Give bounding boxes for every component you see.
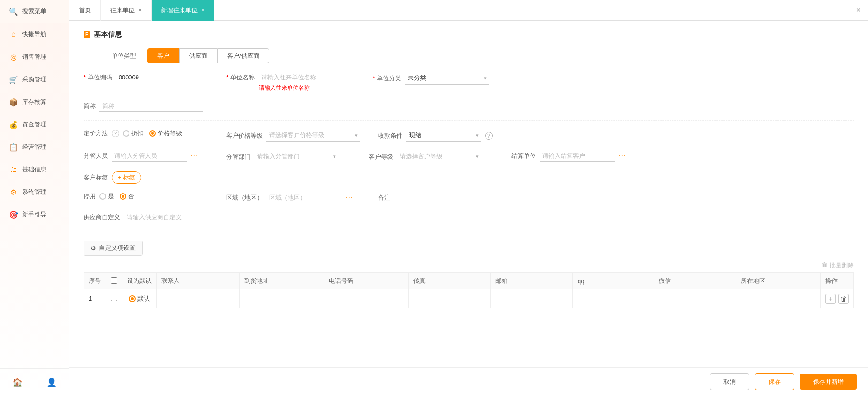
customer-level-select[interactable]: 请选择客户等级 ▾ xyxy=(397,150,481,163)
row-address-cell[interactable] xyxy=(240,289,324,308)
remark-input[interactable] xyxy=(394,192,535,203)
page-content: F 基本信息 单位类型 客户 供应商 客户/供应商 单位编码 单位名称 xyxy=(69,21,868,367)
row-add-button[interactable]: + xyxy=(825,294,836,304)
sidebar-item-operations[interactable]: 📋 经营管理 xyxy=(0,136,69,158)
pricing-radio-level[interactable]: 价格等级 xyxy=(149,129,182,138)
sidebar-item-basic-info[interactable]: 🗂 基础信息 xyxy=(0,158,69,181)
row-contact-cell[interactable] xyxy=(157,289,240,308)
pricing-radio-discount[interactable]: 折扣 xyxy=(123,129,144,138)
main-close-button[interactable]: × xyxy=(849,0,868,21)
manager-input[interactable] xyxy=(112,150,187,162)
unit-code-label: 单位编码 xyxy=(84,73,112,82)
tab-new-partner-close[interactable]: × xyxy=(201,7,205,14)
section-title: 基本信息 xyxy=(94,30,122,39)
supplier-custom-input[interactable] xyxy=(124,212,227,223)
row-email-input[interactable] xyxy=(495,293,568,304)
payment-condition-select[interactable]: 现结 ▾ xyxy=(406,129,481,142)
radio-circle-discount xyxy=(123,130,129,137)
sidebar-item-system[interactable]: ⚙ 系统管理 xyxy=(0,181,69,203)
type-btn-customer[interactable]: 客户 xyxy=(147,48,179,63)
save-and-new-button[interactable]: 保存并新增 xyxy=(800,374,857,390)
unit-name-col: 单位名称 请输入往来单位名称 xyxy=(226,72,362,92)
tab-partner[interactable]: 往来单位 × xyxy=(101,0,152,21)
row-fax-cell[interactable] xyxy=(408,289,490,308)
row-email-cell[interactable] xyxy=(490,289,572,308)
code-name-row: 单位编码 单位名称 请输入往来单位名称 单位分类 未分类 ▾ xyxy=(84,72,854,92)
col-email: 邮箱 xyxy=(490,273,572,289)
sidebar-bottom-home[interactable]: 🏠 xyxy=(0,373,35,391)
region-input[interactable] xyxy=(266,192,342,203)
disabled-no-radio[interactable]: 否 xyxy=(120,192,134,201)
region-more-icon[interactable]: ··· xyxy=(345,194,353,202)
disabled-yes-radio[interactable]: 是 xyxy=(99,192,114,201)
row-region-input[interactable] xyxy=(741,293,815,304)
type-btn-supplier[interactable]: 供应商 xyxy=(179,48,217,63)
pricing-help-icon[interactable]: ? xyxy=(112,130,119,137)
customer-price-select[interactable]: 请选择客户价格等级 ▾ xyxy=(266,129,360,142)
row-address-input[interactable] xyxy=(244,293,319,304)
customer-price-chevron: ▾ xyxy=(355,132,358,139)
unit-category-select[interactable]: 未分类 ▾ xyxy=(405,72,489,85)
row-operation-cell: + 🗑 xyxy=(820,289,853,308)
dept-select[interactable]: 请输入分管部门 ▾ xyxy=(254,150,339,163)
row-default-radio[interactable]: 默认 xyxy=(127,295,152,303)
add-tag-button[interactable]: + 标签 xyxy=(112,171,141,184)
batch-delete-button[interactable]: 🗑 批量删除 xyxy=(84,261,854,270)
row-default-cell: 默认 xyxy=(122,289,157,308)
manager-row: 分管人员 ··· 分管部门 请输入分管部门 ▾ 客户等级 请选择客户等级 ▾ 结… xyxy=(84,150,854,163)
payment-condition-field: 收款条件 现结 ▾ ? xyxy=(378,129,510,142)
select-all-checkbox[interactable] xyxy=(111,277,117,284)
short-name-input[interactable] xyxy=(99,101,203,112)
type-btn-both[interactable]: 客户/供应商 xyxy=(217,48,269,63)
bottom-bar: 取消 保存 保存并新增 xyxy=(69,367,868,396)
col-default: 设为默认 xyxy=(122,273,157,289)
sidebar-item-finance[interactable]: 💰 资金管理 xyxy=(0,113,69,136)
row-phone-cell[interactable] xyxy=(324,289,408,308)
payment-chevron: ▾ xyxy=(476,132,479,139)
sidebar-bottom-user[interactable]: 👤 xyxy=(35,373,69,391)
unit-name-field: 单位名称 xyxy=(226,72,362,83)
sidebar-item-quick-nav[interactable]: ⌂ 快捷导航 xyxy=(0,23,69,46)
row-fax-input[interactable] xyxy=(413,293,486,304)
row-region-cell[interactable] xyxy=(736,289,821,308)
tab-partner-close[interactable]: × xyxy=(138,7,142,14)
row-qq-input[interactable] xyxy=(578,293,649,304)
unit-code-input[interactable] xyxy=(116,72,200,83)
customer-level-label: 客户等级 xyxy=(369,153,393,161)
row-contact-input[interactable] xyxy=(161,293,235,304)
tab-home[interactable]: 首页 xyxy=(69,0,101,21)
row-phone-input[interactable] xyxy=(329,293,404,304)
cancel-button[interactable]: 取消 xyxy=(710,373,749,390)
settlement-input[interactable] xyxy=(540,150,615,162)
unit-name-input[interactable] xyxy=(259,72,362,83)
tab-new-partner[interactable]: 新增往来单位 × xyxy=(152,0,214,21)
sidebar-item-new-guide[interactable]: 🎯 新手引导 xyxy=(0,203,69,226)
manager-more-icon[interactable]: ··· xyxy=(190,152,198,160)
row-qq-cell[interactable] xyxy=(572,289,654,308)
settlement-more-icon[interactable]: ··· xyxy=(618,152,626,160)
row-wechat-input[interactable] xyxy=(659,293,731,304)
row-checkbox[interactable] xyxy=(111,295,117,301)
row-wechat-cell[interactable] xyxy=(654,289,736,308)
radio-circle-yes xyxy=(99,193,106,200)
payment-condition-label: 收款条件 xyxy=(378,132,403,140)
save-button[interactable]: 保存 xyxy=(755,373,794,390)
unit-type-label: 单位类型 xyxy=(112,52,136,60)
col-operation: 操作 xyxy=(820,273,853,289)
sidebar-item-purchase[interactable]: 🛒 采购管理 xyxy=(0,68,69,91)
operations-icon: 📋 xyxy=(9,142,18,152)
row-delete-button[interactable]: 🗑 xyxy=(838,294,849,304)
row-checkbox-cell xyxy=(106,289,122,308)
payment-help-icon[interactable]: ? xyxy=(485,132,493,140)
unit-type-buttons: 客户 供应商 客户/供应商 xyxy=(147,48,269,63)
custom-settings-button[interactable]: ⚙ 自定义项设置 xyxy=(84,241,143,256)
sidebar-item-sales[interactable]: ◎ 销售管理 xyxy=(0,46,69,68)
chevron-down-icon: ▾ xyxy=(484,75,487,81)
sidebar-search[interactable]: 🔍 搜索菜单 xyxy=(0,0,69,23)
pricing-method-field: 定价方法 ? 折扣 价格等级 xyxy=(84,129,215,138)
dept-chevron: ▾ xyxy=(333,154,336,160)
unit-category-field: 单位分类 未分类 ▾ xyxy=(373,72,490,85)
col-region: 所在地区 xyxy=(736,273,821,289)
pricing-method-label: 定价方法 xyxy=(84,129,108,138)
sidebar-item-inventory[interactable]: 📦 库存核算 xyxy=(0,91,69,113)
